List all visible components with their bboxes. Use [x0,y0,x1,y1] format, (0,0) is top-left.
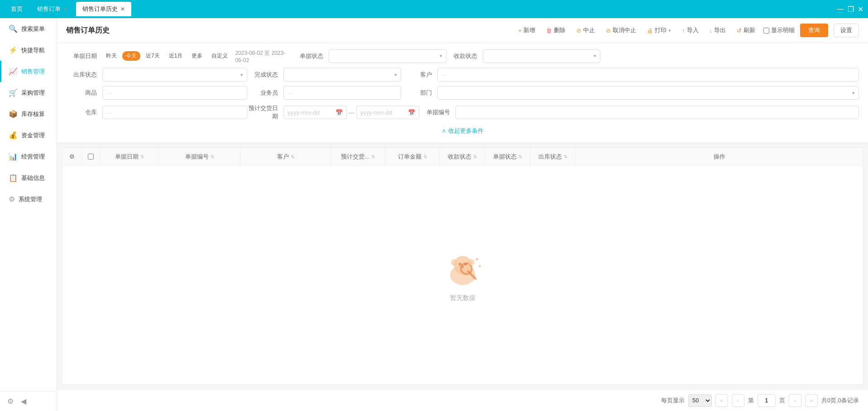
prev-page-button[interactable]: ‹ [732,394,744,407]
sidebar-item-sys-mgmt[interactable]: ⚙ 系统管理 [0,189,57,210]
th-pay-status[interactable]: 收款状态 ⇅ [440,148,485,165]
sidebar-settings-icon[interactable]: ⚙ [7,397,14,406]
sidebar-item-sales-mgmt[interactable]: 📈 销售管理 [0,61,57,82]
restore-icon[interactable]: ❐ [848,5,854,14]
order-status-select[interactable]: ▾ [329,49,446,63]
import-button[interactable]: ↑ 导入 [679,24,701,36]
sidebar-item-quick-nav[interactable]: ⚡ 快捷导航 [0,39,57,61]
sidebar-item-label: 销售管理 [21,68,45,76]
delivery-date-label: 预计交货日期 [247,104,283,121]
operations-icon: 📊 [9,152,18,161]
svg-text:✦: ✦ [477,263,482,270]
last-page-button[interactable]: » [805,394,818,407]
sidebar-item-finance[interactable]: 💰 资金管理 [0,125,57,146]
show-detail-input[interactable] [763,28,769,34]
delivery-date-end[interactable]: yyyy-mm-dd 📅 [356,106,420,119]
sidebar-item-operations[interactable]: 📊 经营管理 [0,146,57,167]
finance-icon: 💰 [9,131,18,140]
tab-sales-order-close[interactable]: ✕ [63,6,68,12]
warehouse-select[interactable]: ··· [102,106,247,119]
th-delivery[interactable]: 预计交货... ⇅ [331,148,385,165]
th-no-sort-icon: ⇅ [211,154,214,159]
close-window-icon[interactable]: ✕ [858,5,863,14]
top-bar: 首页 销售订单 ✕ 销售订单历史 ✕ — ❐ ✕ [0,0,868,18]
out-status-select[interactable]: ▾ [102,68,247,82]
first-page-button[interactable]: « [715,394,728,407]
page-header: 销售订单历史 + 新增 🗑 删除 ⊘ 中止 ⊘ 取消中止 [57,18,868,43]
export-button[interactable]: ↓ 导出 [707,24,729,36]
salesperson-select[interactable]: ··· [283,86,401,100]
date-today[interactable]: 今天 [122,51,140,61]
import-label: 导入 [687,26,699,34]
th-out-status[interactable]: 出库状态 ⇅ [530,148,575,165]
tab-sales-order-history-close[interactable]: ✕ [120,6,125,12]
tab-sales-order[interactable]: 销售订单 ✕ [31,2,74,16]
show-detail-checkbox[interactable]: 显示明细 [763,26,795,34]
sidebar-item-label: 采购管理 [21,89,45,97]
sidebar-bottom: ⚙ ◀ [0,391,57,411]
import-icon: ↑ [682,27,685,34]
sys-mgmt-icon: ⚙ [9,195,15,203]
date-yesterday[interactable]: 昨天 [102,51,120,61]
th-customer-label: 客户 [277,153,289,161]
query-button[interactable]: 查询 [800,24,828,37]
th-date[interactable]: 单据日期 ⇅ [100,148,159,165]
date-7days[interactable]: 近7天 [142,51,163,61]
sidebar: 🔍 搜索菜单 ⚡ 快捷导航 📈 销售管理 🛒 采购管理 📦 库存核算 💰 资金管… [0,18,57,411]
payment-status-label: 收款状态 [446,52,483,60]
sidebar-collapse-icon[interactable]: ◀ [21,397,26,406]
th-checkbox[interactable] [82,148,100,165]
th-settings[interactable]: ⚙ [62,148,82,165]
page-input[interactable] [758,394,776,407]
dept-arrow: ▾ [852,90,855,96]
dept-select[interactable]: ▾ [437,86,859,100]
out-status-arrow: ▾ [240,72,243,78]
date-custom[interactable]: 自定义 [208,51,231,61]
payment-status-select[interactable]: ▾ [483,49,600,63]
date-more[interactable]: 更多 [188,51,206,61]
print-dropdown-icon[interactable]: ▾ [668,28,671,34]
next-page-button[interactable]: › [789,394,801,407]
export-label: 导出 [714,26,726,34]
tab-home[interactable]: 首页 [5,2,29,16]
new-icon: + [518,27,522,34]
refresh-button[interactable]: ↺ 刷新 [734,24,758,36]
date-1month[interactable]: 近1月 [165,51,187,61]
sidebar-item-inventory[interactable]: 📦 库存核算 [0,103,57,125]
minimize-icon[interactable]: — [837,5,844,13]
th-customer[interactable]: 客户 ⇅ [240,148,331,165]
tab-sales-order-history[interactable]: 销售订单历史 ✕ [76,2,131,16]
select-all-checkbox[interactable] [88,154,94,160]
goods-select[interactable]: ··· [102,86,247,100]
order-no-field [456,106,859,119]
collapse-row[interactable]: ∧ 收起更多条件 [66,125,859,139]
stop-button[interactable]: ⊘ 中止 [574,24,598,36]
delivery-date-start[interactable]: yyyy-mm-dd 📅 [283,106,347,119]
th-date-sort-icon: ⇅ [140,154,144,159]
sidebar-item-purchase-mgmt[interactable]: 🛒 采购管理 [0,82,57,103]
per-page-select[interactable]: 10 20 50 100 [688,394,712,407]
delete-button[interactable]: 🗑 删除 [543,24,568,36]
complete-status-arrow: ▾ [394,72,397,78]
sidebar-item-search-menu[interactable]: 🔍 搜索菜单 [0,18,57,39]
sidebar-item-basic-info[interactable]: 📋 基础信息 [0,167,57,189]
order-no-input[interactable] [456,106,859,119]
setting-button[interactable]: 设置 [834,24,859,37]
th-no[interactable]: 单据编号 ⇅ [159,148,240,165]
th-order-status[interactable]: 单据状态 ⇅ [485,148,530,165]
complete-status-select[interactable]: ▾ [283,68,401,82]
sidebar-item-label: 快捷导航 [21,46,45,54]
out-status-label: 出库状态 [66,71,102,79]
th-delivery-label: 预计交货... [341,153,369,161]
empty-text: 暂无数据 [450,294,475,302]
new-button[interactable]: + 新增 [515,24,538,36]
customer-select[interactable]: ··· [437,68,859,82]
th-amount[interactable]: 订单金额 ⇅ [385,148,440,165]
cancel-stop-button[interactable]: ⊘ 取消中止 [603,24,639,36]
print-button[interactable]: 🖨 打印 ▾ [644,24,674,36]
print-icon: 🖨 [647,27,653,34]
tab-home-label: 首页 [11,5,23,13]
date-field: 昨天 今天 近7天 近1月 更多 自定义 2023-06-02 至 2023-0… [102,48,293,63]
th-actions-label: 操作 [714,153,725,161]
th-out-status-sort-icon: ⇅ [564,154,567,159]
